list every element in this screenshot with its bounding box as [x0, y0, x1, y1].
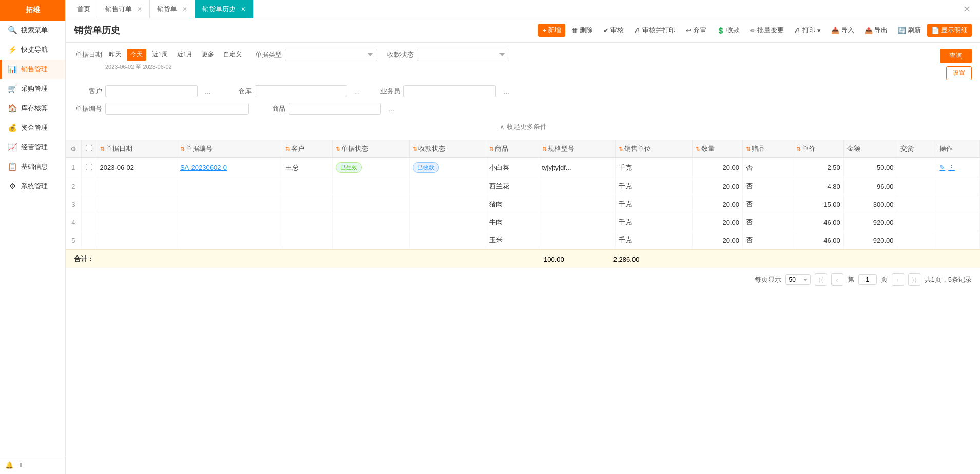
sidebar-item-sys-mgmt[interactable]: ⚙ 系统管理 — [0, 176, 65, 196]
row-unit-price: 46.00 — [793, 213, 843, 231]
close-sales-order-tab[interactable]: ✕ — [137, 6, 142, 13]
tabbar-close-all[interactable]: ✕ — [963, 4, 976, 15]
table-row: 4 牛肉 千克 20.00 否 46.00 920.00 — [66, 213, 980, 231]
edit-action-btn[interactable]: ✎ — [939, 164, 945, 171]
page-header: 销货单历史 + 新增 🗑 删除 ✔ 审核 🖨 — [66, 18, 980, 43]
query-button[interactable]: 查询 — [940, 49, 972, 63]
doc-type-select[interactable] — [285, 49, 377, 61]
col-unit-price: ⇅单价 — [793, 140, 843, 158]
tab-sales-order[interactable]: 销售订单 ✕ — [98, 0, 150, 18]
sidebar-logo: 拓维 — [0, 0, 65, 21]
date-badge-last7days[interactable]: 近1周 — [148, 49, 171, 61]
row-num: 5 — [66, 231, 81, 249]
per-page-select[interactable]: 50 100 — [785, 274, 811, 285]
row-checkbox[interactable] — [86, 164, 92, 170]
customer-input[interactable] — [105, 85, 198, 97]
tab-home[interactable]: 首页 — [70, 0, 98, 18]
warehouse-input[interactable] — [255, 85, 347, 97]
row-trade — [897, 177, 936, 195]
first-page-btn[interactable]: ⟨⟨ — [815, 273, 827, 286]
page-suffix: 页 — [881, 275, 888, 284]
notification-icon[interactable]: 🔔 — [5, 461, 13, 469]
delete-button[interactable]: 🗑 删除 — [567, 24, 597, 37]
export-button[interactable]: 📤 导出 — [860, 24, 892, 37]
setup-button[interactable]: 设置 — [946, 66, 972, 80]
row-checkbox-cell — [81, 177, 97, 195]
date-badge-more[interactable]: 更多 — [198, 49, 218, 61]
import-button[interactable]: 📥 导入 — [827, 24, 858, 37]
doc-no-link[interactable]: SA-20230602-0 — [180, 164, 227, 171]
close-sales-history-tab[interactable]: ✕ — [241, 6, 246, 13]
close-sales-goods-tab[interactable]: ✕ — [182, 6, 187, 13]
row-doc-no: SA-20230602-0 — [177, 158, 282, 177]
settings-icon[interactable]: ⚙ — [70, 145, 76, 153]
sidebar-item-operation[interactable]: 📈 经营管理 — [0, 137, 65, 157]
doc-no-label: 单据编号 — [74, 104, 102, 113]
goods-picker-btn[interactable]: ... — [384, 105, 398, 113]
pause-icon[interactable]: ⏸ — [17, 461, 24, 469]
print-button[interactable]: 🖨 打印 ▾ — [790, 24, 825, 37]
delete-icon: 🗑 — [571, 27, 578, 34]
row-gift: 否 — [742, 195, 793, 213]
warehouse-picker-btn[interactable]: ... — [350, 87, 364, 95]
batch-change-button[interactable]: ✏ 批量变更 — [746, 24, 788, 37]
audit-print-button[interactable]: 🖨 审核并打印 — [630, 24, 680, 37]
row-date — [97, 195, 177, 213]
collapse-button[interactable]: ∧ 收起更多条件 — [495, 120, 551, 133]
collect-button[interactable]: 💲 收款 — [713, 24, 744, 37]
customer-label: 客户 — [74, 87, 102, 96]
date-badge-last1month[interactable]: 近1月 — [174, 49, 197, 61]
tab-sales-goods[interactable]: 销货单 ✕ — [150, 0, 195, 18]
next-page-btn[interactable]: › — [892, 273, 904, 286]
col-qty: ⇅数量 — [692, 140, 742, 158]
sidebar-item-quick-nav[interactable]: ⚡ 快捷导航 — [0, 40, 65, 60]
col-action: 操作 — [936, 140, 980, 158]
last-page-btn[interactable]: ⟩⟩ — [908, 273, 920, 286]
date-badge-yesterday[interactable]: 昨天 — [105, 49, 125, 61]
row-checkbox-cell — [81, 231, 97, 249]
refresh-button[interactable]: 🔄 刷新 — [894, 24, 925, 37]
row-goods: 牛肉 — [486, 213, 539, 231]
goods-input[interactable] — [289, 103, 381, 115]
audit-button[interactable]: ✔ 审核 — [599, 24, 628, 37]
sidebar-item-inventory[interactable]: 🏠 库存核算 — [0, 98, 65, 118]
row-customer — [282, 177, 332, 195]
col-doc-no: ⇅单据编号 — [177, 140, 282, 158]
sidebar-item-search-menu[interactable]: 🔍 搜索菜单 — [0, 21, 65, 40]
collect-status-select[interactable] — [417, 49, 509, 61]
row-spec — [539, 177, 616, 195]
row-doc-status: 已生效 — [333, 158, 410, 177]
abandon-button[interactable]: ↩ 弃审 — [682, 24, 710, 37]
table-footer: 合计： 100.00 2,286.00 — [66, 249, 980, 268]
show-detail-button[interactable]: 📄 显示明细 — [927, 24, 972, 37]
row-unit: 千克 — [616, 158, 693, 177]
tab-sales-history[interactable]: 销货单历史 ✕ — [195, 0, 254, 18]
sidebar-item-basic-info[interactable]: 📋 基础信息 — [0, 157, 65, 176]
staff-input[interactable] — [403, 85, 496, 97]
sidebar-item-purchase-mgmt[interactable]: 🛒 采购管理 — [0, 79, 65, 98]
row-num: 4 — [66, 213, 81, 231]
lightning-icon: ⚡ — [8, 45, 17, 54]
filter-customer: 客户 ... — [74, 85, 215, 97]
row-doc-status — [333, 195, 410, 213]
prev-page-btn[interactable]: ‹ — [831, 273, 843, 286]
col-settings[interactable]: ⚙ — [66, 140, 81, 158]
customer-picker-btn[interactable]: ... — [201, 87, 215, 95]
dropdown-arrow-icon: ▾ — [817, 27, 821, 34]
add-button[interactable]: + 新增 — [538, 24, 565, 37]
row-unit-price: 15.00 — [793, 195, 843, 213]
sidebar-item-label: 销售管理 — [21, 65, 48, 74]
doc-no-input[interactable] — [105, 103, 249, 115]
col-checkbox[interactable] — [81, 140, 97, 158]
date-badge-custom[interactable]: 自定义 — [220, 49, 245, 61]
sidebar-item-sales-mgmt[interactable]: 📊 销售管理 — [0, 60, 65, 79]
staff-label: 业务员 — [372, 87, 400, 96]
date-badge-today[interactable]: 今天 — [127, 49, 146, 61]
select-all-checkbox[interactable] — [86, 145, 92, 151]
detail-action-btn[interactable]: ⋮ — [948, 164, 955, 171]
row-trade — [897, 158, 936, 177]
staff-picker-btn[interactable]: ... — [499, 87, 513, 95]
page-num-input[interactable] — [858, 274, 877, 285]
col-collect-status: ⇅收款状态 — [409, 140, 486, 158]
sidebar-item-finance[interactable]: 💰 资金管理 — [0, 118, 65, 137]
